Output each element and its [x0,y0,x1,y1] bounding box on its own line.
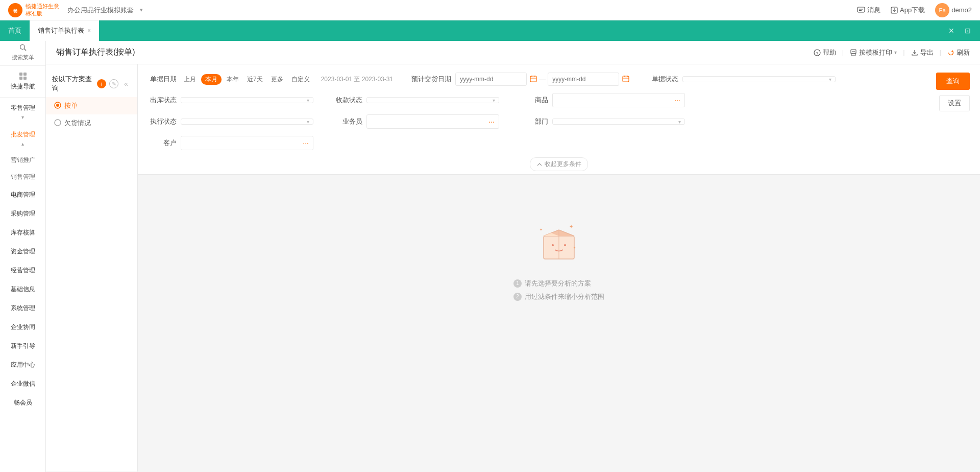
customer-more-icon[interactable]: ··· [303,139,309,147]
filter-salesperson-label: 业务员 [332,117,362,126]
sidebar-item-search[interactable]: 搜索菜单 [0,41,45,64]
status-select-display[interactable]: ▾ [682,76,836,82]
sidebar-item-shortcut[interactable]: 快捷导航 [0,67,45,96]
tab-close-icon[interactable]: × [87,27,91,34]
filter-salesperson-item: 业务员 ··· [332,114,499,129]
date-btn-custom[interactable]: 自定义 [288,74,313,85]
nav-tab-actions: ✕ ⊡ [945,25,980,37]
sidebar-item-appcenter[interactable]: 应用中心 [0,356,45,374]
department-select-display[interactable]: ▾ [552,119,685,125]
execute-dropdown-icon: ▾ [307,119,309,125]
date-btn-this-year[interactable]: 本年 [224,74,242,85]
window-close-btn[interactable]: ✕ [945,25,958,37]
execute-select[interactable]: ▾ [181,119,313,125]
page-header: 销售订单执行表(按单) ? 帮助 | 按模板打印 ▾ | [46,41,980,64]
sidebar-item-basics[interactable]: 基础信息 [0,280,45,299]
filter-section: 单据日期 上月 本月 本年 近7天 更多 自定义 [138,64,980,175]
sidebar-sub-item-sales[interactable]: 销售管理 [0,169,45,185]
export-btn[interactable]: 导出 [911,48,934,57]
goods-more-icon[interactable]: ··· [674,96,680,104]
filter-department-item: 部门 ▾ [518,117,685,126]
empty-hint-1: 1 请先选择要分析的方案 [513,277,604,290]
user-profile[interactable]: Ea demo2 [935,3,972,17]
sidebar-item-wechat[interactable]: 企业微信 [0,374,45,393]
date-quick-btns: 上月 本月 本年 近7天 更多 自定义 [181,74,313,85]
panel-collapse-btn[interactable]: « [121,79,131,89]
svg-point-33 [564,244,566,246]
department-dropdown-icon: ▾ [678,119,681,125]
svg-point-17 [56,104,59,107]
sidebar-item-system[interactable]: 系统管理 [0,299,45,318]
filter-department-label: 部门 [518,117,548,126]
sidebar-sub-item-marketing[interactable]: 营销推广 [0,152,45,169]
sidebar-item-operation[interactable]: 经营管理 [0,261,45,280]
date-range-text: 2023-03-01 至 2023-03-31 [321,75,393,84]
filter-delivery-label: 出库状态 [146,96,177,105]
sidebar-item-corp[interactable]: 企业协同 [0,318,45,337]
delivery-select-display[interactable]: ▾ [181,97,313,103]
sidebar-item-inventory[interactable]: 库存核算 [0,223,45,242]
sidebar-item-member[interactable]: 畅会员 [0,393,45,412]
delivery-dropdown-icon: ▾ [307,98,309,103]
expected-date-end[interactable] [548,73,619,86]
svg-rect-2 [857,7,865,12]
left-panel: 按以下方案查询 + ✎ « [46,64,138,471]
date-btn-this-month[interactable]: 本月 [201,74,222,85]
panel-item-backorder[interactable]: 欠货情况 [46,114,137,132]
svg-rect-9 [19,77,22,80]
sidebar-item-retail[interactable]: 零售管理▾ [0,99,45,125]
setting-btn[interactable]: 设置 [939,95,970,111]
nav-tabs: 首页 销售订单执行表 × ✕ ⊡ [0,20,980,41]
print-btn[interactable]: 按模板打印 ▾ [850,48,897,57]
sidebar-item-finance[interactable]: 资金管理 [0,242,45,261]
date-btn-more[interactable]: 更多 [268,74,286,85]
tab-active[interactable]: 销售订单执行表 × [30,20,99,41]
filter-status-item: 单据状态 ▾ [648,75,836,84]
sidebar: 搜索菜单 快捷导航 零售管理▾ 批发管理▴ 营销推广 销售管理 电商管理 采购管… [0,41,46,472]
filter-execute-label: 执行状态 [146,117,177,126]
dropdown-arrow-icon[interactable]: ▾ [140,7,143,13]
execute-select-display[interactable]: ▾ [181,119,313,125]
sidebar-item-wholesale[interactable]: 批发管理▴ [0,125,45,152]
empty-hint-2: 2 用过滤条件来缩小分析范围 [513,290,604,303]
sidebar-item-ecommerce[interactable]: 电商管理 [0,185,45,204]
svg-text:✦: ✦ [540,228,543,231]
tab-home[interactable]: 首页 [0,20,30,41]
svg-point-5 [20,45,24,50]
panel-edit-btn[interactable]: ✎ [109,79,119,89]
svg-text:✦: ✦ [573,246,576,249]
svg-rect-10 [23,77,27,80]
help-btn[interactable]: ? 帮助 [814,48,836,57]
calendar-end-icon[interactable] [622,75,629,84]
window-expand-btn[interactable]: ⊡ [962,25,974,37]
search-btn[interactable]: 查询 [936,73,970,90]
status-select[interactable]: ▾ [682,76,836,82]
sidebar-item-purchase[interactable]: 采购管理 [0,204,45,223]
main-content: 销售订单执行表(按单) ? 帮助 | 按模板打印 ▾ | [46,41,980,472]
collect-select-display[interactable]: ▾ [366,97,499,103]
top-bar-title: 办公用品行业模拟账套 [67,6,134,15]
collapse-btn-row: 收起更多条件 [138,154,980,174]
collapse-conditions-btn[interactable]: 收起更多条件 [530,157,588,171]
refresh-btn[interactable]: 刷新 [947,48,970,57]
print-dropdown-arrow-icon: ▾ [894,50,897,55]
message-btn[interactable]: 消息 [857,6,880,15]
panel-item-by-order[interactable]: 按单 [46,97,137,114]
delivery-select[interactable]: ▾ [181,97,313,103]
department-select[interactable]: ▾ [552,119,685,125]
filter-delivery-item: 出库状态 ▾ [146,96,313,105]
panel-add-btn[interactable]: + [96,79,107,89]
app-download-btn[interactable]: App下载 [891,6,925,15]
panel-actions: + ✎ « [96,79,131,89]
salesperson-more-icon[interactable]: ··· [488,117,495,126]
expected-date-start[interactable] [455,73,527,86]
svg-point-18 [55,120,61,126]
date-btn-last-month[interactable]: 上月 [181,74,199,85]
collect-select[interactable]: ▾ [366,97,499,103]
filter-expected-date-item: 预计交货日期 — [411,73,629,86]
date-btn-7days[interactable]: 近7天 [244,74,266,85]
avatar: Ea [935,3,949,17]
sidebar-item-newuser[interactable]: 新手引导 [0,337,45,356]
calendar-start-icon[interactable] [530,75,537,84]
filter-goods-label: 商品 [518,96,548,105]
